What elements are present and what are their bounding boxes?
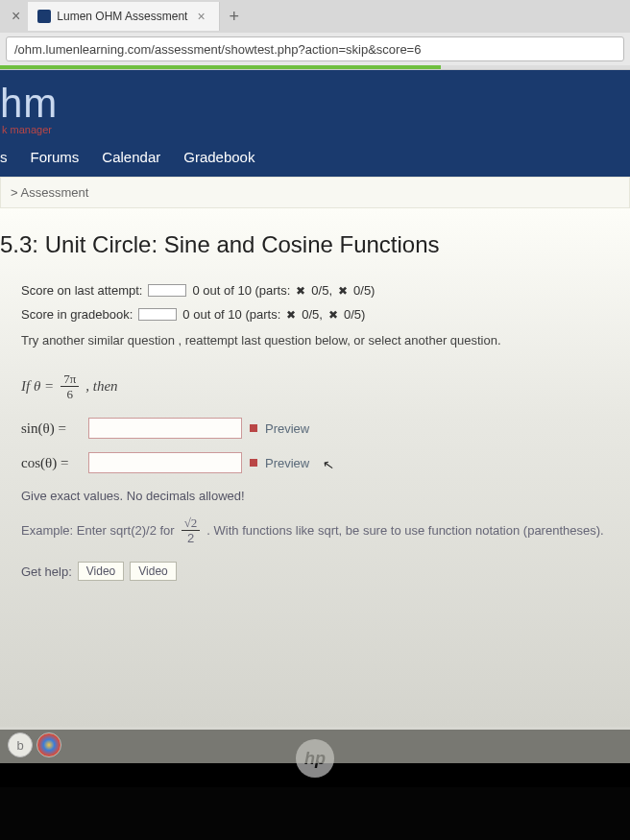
score-block: Score on last attempt: 0 out of 10 (part…	[0, 283, 611, 348]
note-text: Give exact values. No decimals allowed!	[21, 489, 611, 503]
nav-item-calendar[interactable]: Calendar	[102, 149, 160, 165]
sin-label: sin(θ) =	[21, 420, 81, 437]
if-theta-statement: If θ = 7π 6 , then	[21, 372, 611, 400]
tab-close-button[interactable]: ×	[193, 9, 208, 24]
score-last-attempt: Score on last attempt: 0 out of 10 (part…	[21, 283, 611, 298]
status-dot-icon	[250, 424, 257, 432]
score-last-value: 0 out of 10 (parts:	[192, 283, 290, 298]
example-pre: Example: Enter sqrt(2)/2 for	[21, 523, 175, 538]
score-last-parts1: 0/5,	[311, 283, 332, 298]
score-bar-icon	[138, 308, 177, 321]
breadcrumb-chevron: >	[11, 185, 18, 200]
taskbar: b	[0, 727, 630, 763]
if-text: If θ =	[21, 378, 54, 395]
x-mark-icon: ✖	[286, 308, 296, 322]
x-mark-icon: ✖	[328, 308, 338, 322]
then-text: , then	[85, 378, 117, 395]
url-bar-row: /ohm.lumenlearning.com/assessment/showte…	[0, 33, 630, 65]
score-gradebook: Score in gradebook: 0 out of 10 (parts: …	[21, 307, 611, 322]
sin-answer-row: sin(θ) = Preview	[21, 418, 611, 439]
nav-item-forums[interactable]: Forums	[31, 149, 80, 165]
fraction: 7π 6	[61, 372, 79, 400]
try-line: Try another similar question , reattempt…	[21, 333, 611, 348]
brand-logo: hm	[0, 70, 630, 126]
try-rest-text: , reattempt last question below, or sele…	[179, 333, 501, 348]
preview-button[interactable]: Preview	[265, 456, 309, 470]
nav-row: s Forums Calendar Gradebook	[0, 135, 630, 177]
brand-subtitle: k manager	[0, 124, 630, 135]
question-body: If θ = 7π 6 , then sin(θ) = Preview cos(…	[0, 372, 611, 581]
browser-tab[interactable]: Lumen OHM Assessment ×	[28, 2, 219, 31]
content-area: 5.3: Unit Circle: Sine and Cosine Functi…	[0, 208, 630, 727]
cos-answer-row: cos(θ) = Preview ↖	[21, 452, 611, 473]
breadcrumb-current: Assessment	[21, 185, 89, 200]
score-last-parts2: 0/5)	[353, 283, 375, 298]
score-grade-label: Score in gradebook:	[21, 307, 133, 322]
prev-tab-close[interactable]: ×	[4, 8, 28, 25]
try-another-link[interactable]: Try another similar question	[21, 333, 175, 348]
cos-input[interactable]	[88, 452, 242, 473]
laptop-base	[0, 787, 630, 840]
x-mark-icon: ✖	[296, 284, 305, 298]
nav-item-partial[interactable]: s	[0, 149, 8, 165]
score-grade-parts2: 0/5)	[344, 307, 365, 322]
score-bar-icon	[148, 284, 186, 297]
score-grade-parts1: 0/5,	[302, 307, 323, 322]
video-button-2[interactable]: Video	[130, 562, 176, 581]
page-title: 5.3: Unit Circle: Sine and Cosine Functi…	[0, 231, 611, 258]
example-post: . With functions like sqrt, be sure to u…	[206, 523, 603, 538]
example-line: Example: Enter sqrt(2)/2 for √2 2 . With…	[21, 516, 611, 544]
url-bar[interactable]: /ohm.lumenlearning.com/assessment/showte…	[6, 36, 624, 61]
x-mark-icon: ✖	[338, 284, 348, 298]
app-header: hm k manager s Forums Calendar Gradebook	[0, 70, 630, 177]
tab-title: Lumen OHM Assessment	[57, 10, 187, 23]
nav-item-gradebook[interactable]: Gradebook	[183, 149, 254, 165]
mouse-cursor-icon: ↖	[322, 456, 336, 474]
score-last-label: Score on last attempt:	[21, 283, 142, 298]
sin-input[interactable]	[88, 418, 242, 439]
example-num: √2	[182, 516, 201, 531]
cos-label: cos(θ) =	[21, 455, 81, 471]
tab-bar: × Lumen OHM Assessment × +	[0, 0, 630, 33]
url-text: /ohm.lumenlearning.com/assessment/showte…	[14, 42, 421, 57]
loading-progress-bar	[0, 65, 630, 69]
taskbar-icon-1[interactable]: b	[8, 732, 33, 757]
new-tab-button[interactable]: +	[220, 7, 250, 27]
fraction-numerator: 7π	[61, 372, 79, 387]
breadcrumb: > Assessment	[0, 177, 630, 208]
preview-button[interactable]: Preview	[265, 421, 309, 436]
status-dot-icon	[250, 459, 257, 467]
get-help-row: Get help: Video Video	[21, 562, 611, 581]
fraction-denominator: 6	[66, 387, 73, 400]
example-fraction: √2 2	[182, 516, 201, 544]
browser-chrome: × Lumen OHM Assessment × + /ohm.lumenlea…	[0, 0, 630, 70]
get-help-label: Get help:	[21, 564, 72, 579]
score-grade-value: 0 out of 10 (parts:	[182, 307, 280, 322]
video-button-1[interactable]: Video	[78, 562, 124, 581]
favicon-icon	[37, 10, 51, 23]
taskbar-icon-2[interactable]	[36, 732, 61, 757]
example-den: 2	[187, 531, 194, 544]
